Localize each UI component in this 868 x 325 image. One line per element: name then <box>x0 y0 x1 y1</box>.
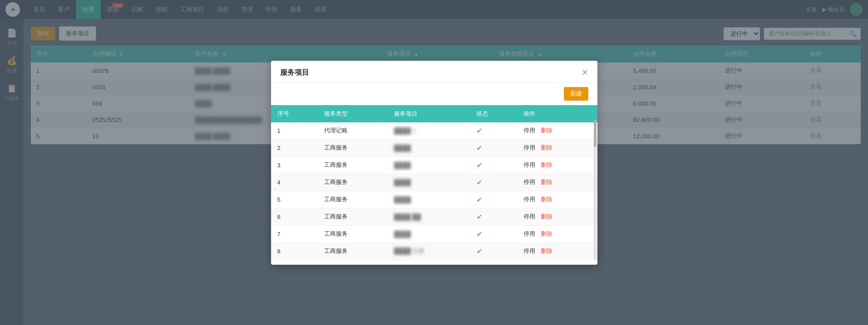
modal-cell-seq: 1 <box>271 122 318 140</box>
disable-button[interactable]: 停用 <box>524 161 535 168</box>
modal-table: 序号 服务类型 服务项目 状态 操作 1 代理记账 ████ 1 ✔ 停用 删除… <box>271 105 597 260</box>
disable-button[interactable]: 停用 <box>524 196 535 203</box>
modal-cell-status: ✔ <box>470 225 517 243</box>
modal-cell-seq: 3 <box>271 156 318 174</box>
modal-overlay: 服务项目 ✕ 新建 序号 服务类型 服务项目 状态 操作 1 代理记账 <box>0 0 868 325</box>
status-check-icon: ✔ <box>476 179 482 186</box>
delete-button[interactable]: 删除 <box>541 179 553 185</box>
modal-cell-type: 工商服务 <box>318 139 388 156</box>
modal-cell-action: 停用 删除 <box>517 156 597 174</box>
modal-table-row: 2 工商服务 ████ ✔ 停用 删除 <box>271 139 597 156</box>
modal-table-row: 8 工商服务 ████ 注册 ✔ 停用 删除 <box>271 243 597 260</box>
delete-button[interactable]: 删除 <box>541 161 553 168</box>
disable-button[interactable]: 停用 <box>524 127 535 134</box>
status-check-icon: ✔ <box>476 127 482 135</box>
modal-cell-type: 工商服务 <box>318 225 388 243</box>
modal-cell-type: 工商服务 <box>318 156 388 174</box>
modal-cell-status: ✔ <box>470 191 517 208</box>
modal-col-item: 服务项目 <box>388 105 470 122</box>
modal-toolbar: 新建 <box>271 82 597 105</box>
delete-button[interactable]: 删除 <box>541 247 553 254</box>
modal-cell-status: ✔ <box>470 122 517 140</box>
disable-button[interactable]: 停用 <box>524 179 535 185</box>
modal-title: 服务项目 <box>280 68 309 78</box>
status-check-icon: ✔ <box>476 144 482 152</box>
modal-col-seq: 序号 <box>271 105 318 122</box>
modal-cell-action: 停用 删除 <box>517 243 597 260</box>
modal-header: 服务项目 ✕ <box>271 61 597 82</box>
modal-cell-type: 工商服务 <box>318 243 388 260</box>
modal-cell-seq: 5 <box>271 191 318 208</box>
modal-cell-item: ████ 1 <box>388 122 470 140</box>
modal-cell-seq: 7 <box>271 225 318 243</box>
modal-cell-item: ████ <box>388 156 470 174</box>
modal-col-status: 状态 <box>470 105 517 122</box>
modal-table-row: 7 工商服务 ████ ✔ 停用 删除 <box>271 225 597 243</box>
modal-cell-seq: 2 <box>271 139 318 156</box>
modal-cell-item: ████ <box>388 225 470 243</box>
disable-button[interactable]: 停用 <box>524 230 535 237</box>
modal-table-row: 3 工商服务 ████ ✔ 停用 删除 <box>271 156 597 174</box>
modal-table-row: 4 工商服务 ████ ✔ 停用 删除 <box>271 174 597 191</box>
disable-button[interactable]: 停用 <box>524 213 535 220</box>
modal-cell-action: 停用 删除 <box>517 174 597 191</box>
modal-table-row: 1 代理记账 ████ 1 ✔ 停用 删除 <box>271 122 597 140</box>
modal-cell-action: 停用 删除 <box>517 225 597 243</box>
modal-cell-status: ✔ <box>470 156 517 174</box>
delete-button[interactable]: 删除 <box>541 230 553 237</box>
modal-cell-type: 代理记账 <box>318 122 388 140</box>
modal-col-type: 服务类型 <box>318 105 388 122</box>
modal-cell-type: 工商服务 <box>318 208 388 225</box>
modal-cell-item: ████ <box>388 174 470 191</box>
modal-table-row: 6 工商服务 ████ ██ ✔ 停用 删除 <box>271 208 597 225</box>
modal-cell-seq: 8 <box>271 243 318 260</box>
modal-cell-status: ✔ <box>470 208 517 225</box>
status-check-icon: ✔ <box>476 247 482 255</box>
modal-col-action: 操作 <box>517 105 597 122</box>
modal-dialog: 服务项目 ✕ 新建 序号 服务类型 服务项目 状态 操作 1 代理记账 <box>271 61 597 265</box>
delete-button[interactable]: 删除 <box>541 213 553 220</box>
modal-cell-item: ████ 注册 <box>388 243 470 260</box>
delete-button[interactable]: 删除 <box>541 196 553 203</box>
modal-cell-item: ████ <box>388 139 470 156</box>
modal-cell-status: ✔ <box>470 174 517 191</box>
modal-scrollbar-thumb[interactable] <box>594 120 596 147</box>
modal-cell-item: ████ <box>388 191 470 208</box>
modal-close-button[interactable]: ✕ <box>582 68 588 77</box>
modal-cell-seq: 6 <box>271 208 318 225</box>
delete-button[interactable]: 删除 <box>541 127 553 134</box>
modal-cell-status: ✔ <box>470 139 517 156</box>
modal-cell-type: 工商服务 <box>318 191 388 208</box>
status-check-icon: ✔ <box>476 161 482 169</box>
modal-new-button[interactable]: 新建 <box>564 87 588 101</box>
modal-cell-action: 停用 删除 <box>517 122 597 140</box>
disable-button[interactable]: 停用 <box>524 247 535 254</box>
status-check-icon: ✔ <box>476 196 482 204</box>
modal-body: 序号 服务类型 服务项目 状态 操作 1 代理记账 ████ 1 ✔ 停用 删除… <box>271 105 597 265</box>
modal-cell-seq: 4 <box>271 174 318 191</box>
delete-button[interactable]: 删除 <box>541 144 553 151</box>
modal-scrollbar[interactable] <box>594 120 596 260</box>
modal-table-row: 5 工商服务 ████ ✔ 停用 删除 <box>271 191 597 208</box>
modal-cell-type: 工商服务 <box>318 174 388 191</box>
status-check-icon: ✔ <box>476 213 482 221</box>
modal-cell-item: ████ ██ <box>388 208 470 225</box>
status-check-icon: ✔ <box>476 230 482 238</box>
modal-cell-action: 停用 删除 <box>517 208 597 225</box>
disable-button[interactable]: 停用 <box>524 144 535 151</box>
modal-cell-action: 停用 删除 <box>517 191 597 208</box>
modal-cell-action: 停用 删除 <box>517 139 597 156</box>
modal-table-header-row: 序号 服务类型 服务项目 状态 操作 <box>271 105 597 122</box>
modal-cell-status: ✔ <box>470 243 517 260</box>
